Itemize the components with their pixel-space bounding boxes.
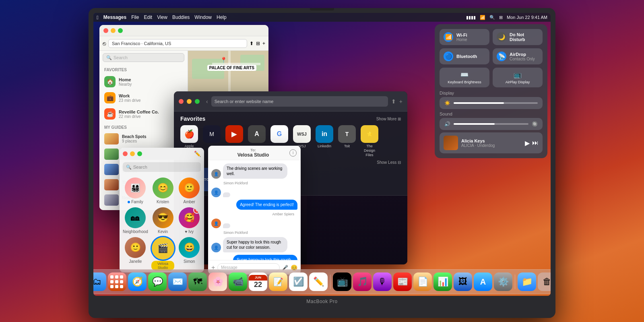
show-less-btn[interactable]: Show Less ⊟ bbox=[377, 160, 401, 165]
safari-maximize[interactable] bbox=[195, 99, 200, 104]
safari-add-tab-icon[interactable]: + bbox=[399, 98, 402, 105]
safari-close[interactable] bbox=[179, 99, 184, 104]
dock-music[interactable]: 🎵 bbox=[353, 272, 372, 291]
fav-apple-icon: 🍎 bbox=[180, 125, 198, 143]
search-placeholder: Search bbox=[114, 55, 128, 60]
fav-wsj-icon: WSJ bbox=[293, 125, 311, 143]
menu-file[interactable]: File bbox=[131, 14, 139, 20]
safari-back-icon[interactable]: ‹ bbox=[206, 98, 208, 105]
msg-bubble-2 bbox=[223, 192, 230, 197]
dock-safari[interactable]: 🧭 bbox=[128, 272, 147, 291]
fav-designfiles[interactable]: ⭐ The Design Files bbox=[361, 125, 378, 157]
dock-facetime[interactable]: 📹 bbox=[229, 272, 247, 291]
menu-view[interactable]: View bbox=[157, 14, 167, 20]
cc-dnd-tile[interactable]: 🌙 Do Not Disturb bbox=[493, 29, 543, 45]
maps-search-input[interactable]: 🔍 Search bbox=[99, 51, 188, 64]
safari-minimize[interactable] bbox=[187, 99, 192, 104]
fav-linkedin[interactable]: in LinkedIn bbox=[316, 125, 333, 157]
ivy-label: ♥ Ivy bbox=[185, 229, 194, 234]
kevin-avatar: 😎 bbox=[153, 207, 173, 228]
search-icon[interactable]: 🔍 bbox=[489, 15, 495, 20]
sound-slider[interactable] bbox=[454, 123, 528, 125]
dock-mail[interactable]: ✉️ bbox=[168, 272, 187, 291]
dock-podcasts[interactable]: 🎙 bbox=[373, 272, 392, 291]
messages-search[interactable]: 🔍 Search bbox=[123, 162, 201, 172]
screen:  Messages File Edit View Buddies Window… bbox=[93, 13, 551, 296]
dock-notes[interactable]: 📝 bbox=[269, 272, 287, 291]
app-menu-messages[interactable]: Messages bbox=[103, 14, 126, 20]
control-center-icon[interactable]: ⊞ bbox=[499, 15, 503, 20]
fav-toit[interactable]: T Toit bbox=[338, 125, 356, 157]
dock-calendar[interactable]: JUN 22 bbox=[249, 272, 267, 291]
maps-toolbar-icon: ⎋ bbox=[103, 40, 106, 47]
dock-maps[interactable]: 🗺 bbox=[188, 272, 207, 291]
contact-kristen[interactable]: 😊 Kristen bbox=[151, 178, 175, 204]
maximize-button[interactable] bbox=[118, 28, 123, 33]
show-more-btn[interactable]: Show More ⊞ bbox=[376, 117, 401, 121]
msg-minimize[interactable] bbox=[130, 151, 135, 156]
msg-bubble-5: Super happy to lock this rough cut for o… bbox=[223, 237, 287, 252]
dock-divider bbox=[330, 275, 330, 289]
chat-info-button[interactable]: i bbox=[289, 149, 297, 157]
contact-janelle[interactable]: 🙂 Janelle bbox=[123, 237, 148, 270]
contact-ivy[interactable]: 🥰 ♥ ♥ Ivy bbox=[178, 207, 201, 234]
dock-keynote[interactable]: 🖼 bbox=[454, 272, 472, 291]
msg-maximize[interactable] bbox=[137, 151, 142, 156]
menu-buddies[interactable]: Buddies bbox=[172, 14, 190, 20]
cc-airplay-tile[interactable]: 📺 AirPlay Display bbox=[493, 68, 543, 87]
dock-launchpad[interactable] bbox=[108, 272, 126, 291]
contact-kevin[interactable]: 😎 Kevin bbox=[151, 207, 175, 234]
home-name: Home bbox=[119, 77, 132, 82]
dock-appletv[interactable]: 📺 bbox=[333, 272, 351, 291]
dock-photos[interactable]: 🌸 bbox=[208, 272, 227, 291]
album-art bbox=[444, 136, 458, 150]
fav-designfiles-label: The Design Files bbox=[361, 144, 378, 157]
dock-freeform[interactable]: ✏️ bbox=[309, 272, 328, 291]
close-button[interactable] bbox=[103, 28, 108, 33]
dock-news[interactable]: 📰 bbox=[393, 272, 412, 291]
cc-bluetooth-tile[interactable]: 🔵 Bluetooth bbox=[440, 48, 489, 64]
dock-trash[interactable]: 🗑 bbox=[538, 272, 551, 291]
maps-add-icon[interactable]: + bbox=[262, 41, 265, 46]
dock-messages[interactable]: 💬 bbox=[148, 272, 167, 291]
msg-compose-button[interactable]: ✏️ bbox=[194, 151, 201, 157]
menu-help[interactable]: Help bbox=[217, 14, 227, 20]
contact-simon[interactable]: 😄 Simon bbox=[178, 237, 201, 270]
safari-share-icon[interactable]: ⬆ bbox=[391, 98, 396, 105]
sender-label-simon2: Simon Pickford bbox=[223, 231, 297, 235]
contact-velosa[interactable]: 🎬 Home! Velosa Studio bbox=[151, 237, 175, 270]
menu-edit[interactable]: Edit bbox=[144, 14, 152, 20]
play-button[interactable]: ▶ bbox=[525, 139, 530, 147]
contact-family[interactable]: 👨‍👩‍👧‍👦 Family bbox=[123, 178, 148, 204]
dock-reminders[interactable]: ☑️ bbox=[289, 272, 308, 291]
cc-wifi-tile[interactable]: 📶 Wi-Fi Home bbox=[440, 29, 489, 45]
cc-keyboard-tile[interactable]: ⌨️ Keyboard Brightness bbox=[440, 68, 489, 87]
cc-bottom-grid: ⌨️ Keyboard Brightness 📺 AirPlay Display bbox=[440, 68, 543, 87]
playback-controls[interactable]: ▶ ⏭ bbox=[525, 139, 539, 147]
menu-window[interactable]: Window bbox=[194, 14, 212, 20]
maps-share-icon[interactable]: ⬆ bbox=[250, 41, 254, 46]
display-slider[interactable] bbox=[454, 102, 538, 104]
msg-1: 👤 The driving scenes are working well. bbox=[211, 163, 297, 179]
next-button[interactable]: ⏭ bbox=[532, 139, 539, 147]
coffee-sub: 22 min drive bbox=[119, 114, 159, 119]
dock-pages[interactable]: 📄 bbox=[413, 272, 432, 291]
apple-menu[interactable]:  bbox=[97, 14, 99, 21]
maps-home-item[interactable]: 🏠 Home Nearby bbox=[99, 74, 188, 90]
work-icon: 💼 bbox=[104, 92, 116, 103]
contact-amber[interactable]: 🙂 Amber bbox=[178, 178, 201, 204]
maps-view-icon[interactable]: ⊞ bbox=[256, 41, 260, 46]
cc-airdrop-tile[interactable]: 📡 AirDrop Contacts Only bbox=[493, 48, 543, 64]
dock-finder[interactable]: 🗂 bbox=[93, 272, 106, 291]
dock-sysprefs[interactable]: ⚙️ bbox=[494, 272, 512, 291]
dock-appstore[interactable]: A bbox=[474, 272, 492, 291]
dock-files[interactable]: 📁 bbox=[518, 272, 536, 291]
minimize-button[interactable] bbox=[111, 28, 116, 33]
cc-top-grid: 📶 Wi-Fi Home 🌙 Do Not Disturb 🔵 bbox=[440, 29, 543, 64]
safari-url-bar[interactable]: Search or enter website name bbox=[211, 96, 388, 107]
dock-numbers[interactable]: 📊 bbox=[433, 272, 452, 291]
msg-close[interactable] bbox=[123, 151, 128, 156]
wifi-icon[interactable]: 📶 bbox=[480, 15, 485, 20]
fav-4-icon: A bbox=[248, 125, 266, 143]
contact-neighborhood[interactable]: 🏘 Neighborhood bbox=[123, 207, 148, 234]
